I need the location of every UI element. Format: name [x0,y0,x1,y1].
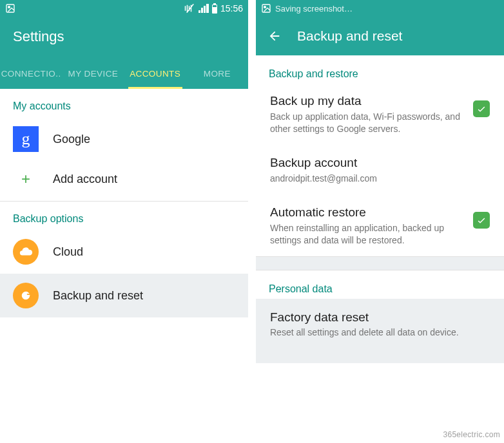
setting-factory-reset[interactable]: Factory data reset Reset all settings an… [256,299,504,363]
checkbox-auto-restore[interactable] [473,212,490,229]
google-icon: g [13,126,39,152]
divider [256,256,504,270]
setting-backup-data[interactable]: Back up my data Back up application data… [256,84,504,146]
watermark: 365electric.com [443,430,500,439]
option-cloud[interactable]: Cloud [0,230,248,274]
image-icon [261,3,271,14]
plus-icon: + [13,170,39,188]
setting-backup-account[interactable]: Backup account androidpit.test@gmail.com [256,146,504,195]
tab-accounts[interactable]: ACCOUNTS [124,58,186,89]
status-saving: Saving screenshot… [275,4,353,14]
section-backup-restore: Backup and restore [256,55,504,84]
section-personal-data: Personal data [256,270,504,299]
page-title: Backup and reset [297,28,402,44]
svg-point-1 [8,6,10,8]
checkbox-backup-data[interactable] [473,100,490,117]
option-backup-reset[interactable]: Backup and reset [0,274,248,317]
tab-connections[interactable]: CONNECTIO.. [0,58,62,89]
tabs: CONNECTIO.. MY DEVICE ACCOUNTS MORE [0,58,248,89]
section-my-accounts: My accounts [0,89,248,117]
cloud-icon [13,239,39,265]
add-account[interactable]: + Add account [0,161,248,197]
appbar: Backup and reset [256,17,504,55]
appbar: Settings CONNECTIO.. MY DEVICE ACCOUNTS … [0,17,248,89]
setting-auto-restore[interactable]: Automatic restore When reinstalling an a… [256,195,504,257]
status-bar: 15:56 [0,0,248,17]
status-time: 15:56 [220,3,243,14]
svg-rect-0 [6,5,14,12]
page-title: Settings [0,17,248,58]
svg-rect-3 [213,3,216,5]
tab-more[interactable]: MORE [186,58,248,89]
svg-point-5 [22,292,30,300]
image-icon [5,3,15,14]
svg-point-7 [264,6,266,8]
account-google[interactable]: g Google [0,117,248,161]
screen-settings: 15:56 Settings CONNECTIO.. MY DEVICE ACC… [0,0,248,412]
vibrate-icon [184,4,196,13]
svg-rect-4 [213,5,217,7]
signal-icon [199,4,209,13]
backup-reset-icon [13,283,39,308]
status-bar: Saving screenshot… [256,0,504,17]
section-backup-options: Backup options [0,202,248,230]
svg-rect-6 [262,5,270,12]
back-icon[interactable] [267,29,282,43]
tab-my-device[interactable]: MY DEVICE [62,58,124,89]
screen-backup-reset: Saving screenshot… Backup and reset Back… [256,0,504,412]
battery-icon [211,3,218,14]
